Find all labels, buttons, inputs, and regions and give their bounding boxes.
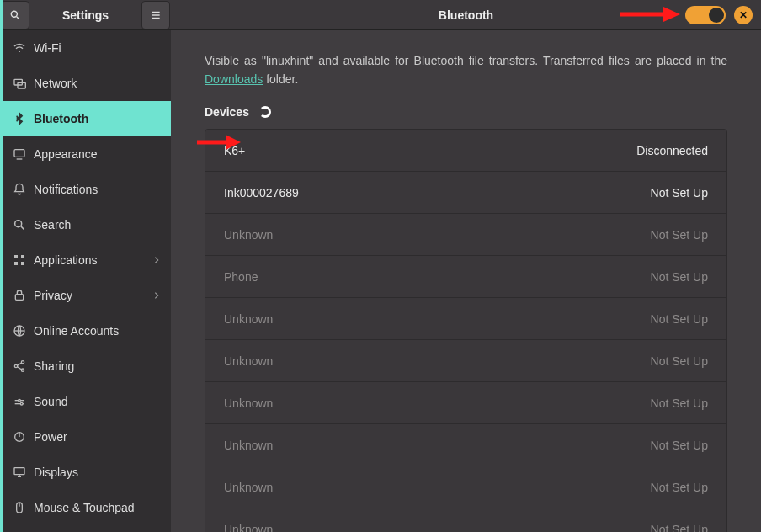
device-name: Unknown [224,523,273,532]
bluetooth-toggle[interactable] [685,6,726,24]
device-row[interactable]: PhoneNot Set Up [205,256,726,298]
device-status: Not Set Up [651,312,708,326]
svg-rect-7 [18,82,25,88]
sidebar-header: Settings [0,0,171,30]
device-name: Ink000027689 [224,186,299,200]
sidebar-item-label: Bluetooth [34,112,88,125]
svg-rect-31 [14,468,24,475]
device-name: Unknown [224,312,273,326]
chevron-right-icon [152,256,161,264]
blurb-post: folder. [263,72,298,86]
apps-icon [10,253,29,267]
sidebar-item-label: Appearance [34,147,98,161]
sidebar-item-label: Network [34,77,77,90]
device-name: Unknown [224,354,273,368]
device-status: Not Set Up [651,396,708,410]
device-name: Unknown [224,396,273,410]
settings-window: Settings Wi-FiNetworkBluetoothAppearance… [0,0,761,532]
sidebar-item-network[interactable]: Network [0,66,171,101]
svg-rect-12 [14,255,18,258]
svg-rect-13 [21,255,24,258]
bluetooth-icon [10,112,29,125]
sidebar-item-label: Online Accounts [34,324,119,338]
devices-label: Devices [205,105,249,119]
svg-point-0 [11,11,17,17]
downloads-link[interactable]: Downloads [205,72,263,86]
sidebar-item-label: Displays [34,466,78,479]
device-row[interactable]: UnknownNot Set Up [205,382,726,424]
sidebar-item-label: Sound [34,395,67,408]
sidebar-item-label: Notifications [34,183,98,196]
sidebar-nav: Wi-FiNetworkBluetoothAppearanceNotificat… [0,30,171,532]
share-icon [10,359,29,373]
toggle-knob [709,8,724,23]
device-list: K6+DisconnectedInk000027689Not Set UpUnk… [205,129,727,532]
power-icon [10,430,29,444]
wifi-icon [10,41,29,55]
svg-point-5 [19,51,20,52]
sidebar-item-label: Sharing [34,359,74,373]
svg-line-22 [17,367,21,370]
device-status: Not Set Up [651,228,708,242]
svg-line-11 [21,226,24,229]
sidebar-item-search[interactable]: Search [0,207,171,242]
sidebar-item-mouse-touchpad[interactable]: Mouse & Touchpad [0,490,171,525]
sidebar-item-appearance[interactable]: Appearance [0,136,171,172]
svg-rect-16 [15,295,23,301]
hamburger-icon [150,9,162,21]
sidebar-item-label: Wi-Fi [34,41,61,55]
device-row[interactable]: UnknownNot Set Up [205,340,726,382]
sidebar: Settings Wi-FiNetworkBluetoothAppearance… [0,0,171,532]
close-button[interactable]: ✕ [734,6,753,24]
svg-point-27 [20,402,23,405]
main-header: Bluetooth ✕ [171,0,761,30]
hamburger-button[interactable] [141,1,170,29]
svg-line-1 [17,16,19,19]
sidebar-item-power[interactable]: Power [0,419,171,455]
sidebar-item-privacy[interactable]: Privacy [0,278,171,313]
visibility-blurb: Visible as "linuxhint" and available for… [205,52,727,88]
device-name: K6+ [224,144,245,157]
sidebar-item-displays[interactable]: Displays [0,455,171,490]
sidebar-item-label: Search [34,218,71,231]
sidebar-item-bluetooth[interactable]: Bluetooth [0,101,171,136]
search-icon [10,218,29,231]
svg-rect-8 [14,150,24,157]
device-status: Not Set Up [651,439,708,452]
svg-rect-15 [21,262,24,265]
sidebar-item-applications[interactable]: Applications [0,242,171,278]
device-name: Phone [224,270,258,284]
device-row[interactable]: UnknownNot Set Up [205,298,726,340]
scanning-spinner-icon [259,106,271,118]
page-title: Bluetooth [439,8,493,22]
mouse-icon [10,501,29,514]
main-body: Visible as "linuxhint" and available for… [171,30,761,532]
close-icon: ✕ [739,9,748,21]
bell-icon [10,183,29,196]
svg-point-10 [15,221,22,227]
sidebar-item-sound[interactable]: Sound [0,384,171,419]
sidebar-item-notifications[interactable]: Notifications [0,172,171,207]
sidebar-item-sharing[interactable]: Sharing [0,348,171,384]
device-row[interactable]: UnknownNot Set Up [205,214,726,256]
sidebar-item-wi-fi[interactable]: Wi-Fi [0,30,171,66]
svg-line-21 [17,363,21,365]
device-status: Not Set Up [651,186,708,200]
device-row[interactable]: UnknownNot Set Up [205,508,726,532]
sidebar-title: Settings [30,8,141,22]
device-status: Disconnected [636,144,708,157]
device-row[interactable]: UnknownNot Set Up [205,466,726,508]
search-button[interactable] [1,1,29,29]
main-panel: Bluetooth ✕ Visible as "linuxhint" and a… [171,0,761,532]
blurb-pre: Visible as " [205,54,266,67]
device-name: Unknown [224,228,273,242]
device-row[interactable]: K6+Disconnected [205,130,726,172]
device-row[interactable]: UnknownNot Set Up [205,424,726,466]
privacy-icon [10,289,29,302]
network-icon [10,77,29,90]
sound-icon [10,395,29,408]
blurb-mid: " and available for Bluetooth file trans… [309,54,727,67]
device-status: Not Set Up [651,270,708,284]
device-row[interactable]: Ink000027689Not Set Up [205,172,726,214]
sidebar-item-online-accounts[interactable]: Online Accounts [0,313,171,348]
